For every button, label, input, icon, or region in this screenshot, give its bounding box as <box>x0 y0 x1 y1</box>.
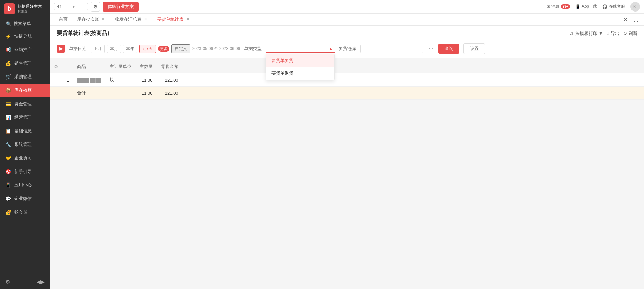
tab-expand-btn[interactable]: ⛶ <box>632 15 640 24</box>
sidebar-item-label: 营销推广 <box>14 47 32 53</box>
message-label: 消息 <box>551 4 559 9</box>
sidebar-item-label: 系统管理 <box>14 141 32 148</box>
dropdown-item-yaohuo-dan-tuihuo[interactable]: 要货单退货 <box>266 67 334 80</box>
total-quantity: 11.00 <box>136 87 157 100</box>
search-label: 搜索菜单 <box>14 21 31 27</box>
sidebar-item-enterprise[interactable]: 🤝 企业协同 <box>0 151 50 165</box>
more-filters-btn[interactable]: ··· <box>427 46 434 52</box>
date-more-badge[interactable]: 更多 <box>158 46 169 52</box>
export-label: 导出 <box>611 30 619 37</box>
data-table: ⚙ 商品 主计量单位 主数量 零售金额 1 <box>50 60 644 100</box>
sidebar-item-wechat-biz[interactable]: 💬 企业微信 <box>0 192 50 205</box>
print-icon: 🖨 <box>570 31 574 36</box>
message-icon: ✉ <box>547 4 550 9</box>
content-area: 要货单统计表(按商品) 🖨 按模板打印 ▼ ↓ 导出 ↻ 刷新 <box>50 26 644 289</box>
type-caret-up[interactable]: ▲ <box>329 46 333 51</box>
total-index-spacer <box>63 87 73 100</box>
sidebar-item-marketing[interactable]: 📢 营销推广 <box>0 43 50 57</box>
date-btn-ben-yue[interactable]: 本月 <box>107 45 121 53</box>
warehouse-input[interactable] <box>360 45 423 53</box>
refresh-label: 刷新 <box>628 30 637 37</box>
table-cell-quantity: 11.00 <box>136 73 157 87</box>
sidebar-item-label: 应用中心 <box>14 182 32 188</box>
table-cell-extra <box>183 73 644 87</box>
logo-icon: b <box>4 3 15 14</box>
date-btn-ben-nian[interactable]: 本年 <box>123 45 137 53</box>
guide-icon: 🎯 <box>5 168 11 175</box>
tab-receive-summary[interactable]: 收发存汇总表 ✕ <box>110 14 152 25</box>
basic-icon: 📋 <box>5 128 11 134</box>
sidebar-item-basic[interactable]: 📋 基础信息 <box>0 124 50 138</box>
data-table-container: ⚙ 商品 主计量单位 主数量 零售金额 1 <box>50 60 644 100</box>
message-btn[interactable]: ✉ 消息 99+ <box>547 4 570 9</box>
sidebar-item-finance[interactable]: 💳 资金管理 <box>0 97 50 111</box>
sidebar-item-sales[interactable]: 💰 销售管理 <box>0 57 50 70</box>
sidebar-settings-btn[interactable]: ⚙ <box>4 277 11 286</box>
tab-receive-summary-close[interactable]: ✕ <box>143 17 148 21</box>
tab-inventory-batch[interactable]: 库存批次账 ✕ <box>72 14 110 25</box>
finance-icon: 💳 <box>5 101 11 107</box>
print-btn[interactable]: 🖨 按模板打印 ▼ <box>570 30 603 37</box>
table-header-index <box>63 60 73 73</box>
table-settings-gear-icon[interactable]: ⚙ <box>54 64 58 69</box>
date-btn-jin7tian[interactable]: 近7天 <box>139 45 156 53</box>
query-button[interactable]: 查询 <box>438 44 459 54</box>
dropdown-item-yaohuo-dan-yaohuo[interactable]: 要货单要货 <box>266 54 334 67</box>
page-title: 要货单统计表(按商品) <box>57 30 109 37</box>
sidebar-item-label: 经营管理 <box>14 114 32 120</box>
product-code: ████ ████ <box>77 78 101 83</box>
table-header-product: 商品 <box>73 60 105 73</box>
table-header-amount: 零售金额 <box>157 60 183 73</box>
sidebar-item-system[interactable]: 🔧 系统管理 <box>0 138 50 151</box>
sidebar-bottom: ⚙ ◀▶ <box>0 274 50 289</box>
tab-home[interactable]: 首页 <box>54 14 72 25</box>
store-selector[interactable]: 41 ▼ <box>54 3 88 10</box>
user-avatar[interactable]: Rit <box>630 2 640 12</box>
tab-order-summary[interactable]: 要货单统计表 ✕ <box>152 14 195 25</box>
app-center-icon: 📱 <box>5 182 11 188</box>
print-label: 按模板打印 <box>575 30 597 37</box>
filter-expand-btn[interactable]: ▶ <box>57 45 65 53</box>
table-cell-index: 1 <box>63 73 73 87</box>
tab-inventory-batch-close[interactable]: ✕ <box>101 17 105 21</box>
main-area: 41 ▼ ⚙ 体验行业方案 ✉ 消息 99+ 📱 App下载 🎧 在线客服 Ri… <box>50 0 644 289</box>
sidebar-item-label: 快捷导航 <box>14 33 32 39</box>
type-input[interactable] <box>266 45 335 53</box>
date-btn-shang-yue[interactable]: 上月 <box>91 45 105 53</box>
tab-close-all-btn[interactable]: ✕ <box>622 15 629 24</box>
settings-button[interactable]: 设置 <box>463 43 485 54</box>
date-range-display: 2023-05-06 至 2023-06-06 <box>192 46 240 52</box>
warehouse-filter-label: 要货仓库 <box>339 46 356 52</box>
online-service-btn[interactable]: 🎧 在线客服 <box>602 4 625 9</box>
sidebar-item-members[interactable]: 👑 畅会员 <box>0 205 50 219</box>
trial-button[interactable]: 体验行业方案 <box>103 2 139 12</box>
marketing-icon: 📢 <box>5 46 11 53</box>
app-version: 标准版 <box>18 9 42 14</box>
page-header: 要货单统计表(按商品) 🖨 按模板打印 ▼ ↓ 导出 ↻ 刷新 <box>50 26 644 40</box>
system-icon: 🔧 <box>5 141 11 148</box>
sidebar-item-quick-nav[interactable]: ⚡ 快捷导航 <box>0 29 50 43</box>
refresh-btn[interactable]: ↻ 刷新 <box>623 30 637 37</box>
topbar: 41 ▼ ⚙ 体验行业方案 ✉ 消息 99+ 📱 App下载 🎧 在线客服 Ri… <box>50 0 644 14</box>
tab-inventory-batch-label: 库存批次账 <box>77 16 99 22</box>
sidebar-item-inventory[interactable]: 📦 库存核算 <box>0 84 50 97</box>
sidebar-item-operations[interactable]: 📊 经营管理 <box>0 111 50 124</box>
sidebar-item-label: 基础信息 <box>14 128 32 134</box>
wechat-biz-icon: 💬 <box>5 195 11 202</box>
date-btn-custom[interactable]: 自定义 <box>171 44 190 53</box>
tab-order-summary-close[interactable]: ✕ <box>186 17 190 21</box>
search-icon: 🔍 <box>6 21 11 26</box>
purchase-icon: 🛒 <box>5 73 11 80</box>
export-btn[interactable]: ↓ 导出 <box>607 30 620 37</box>
tab-order-summary-label: 要货单统计表 <box>157 16 184 22</box>
sidebar-item-purchase[interactable]: 🛒 采购管理 <box>0 70 50 84</box>
sidebar-item-app-center[interactable]: 📱 应用中心 <box>0 178 50 192</box>
app-download-btn[interactable]: 📱 App下载 <box>575 4 597 9</box>
sidebar-collapse-btn[interactable]: ◀▶ <box>35 277 46 286</box>
topbar-gear-btn[interactable]: ⚙ <box>91 2 100 12</box>
sidebar-item-guide[interactable]: 🎯 新手引导 <box>0 165 50 178</box>
total-extra-spacer <box>183 87 644 100</box>
sidebar-search[interactable]: 🔍 搜索菜单 <box>0 18 50 29</box>
quick-nav-icon: ⚡ <box>5 33 11 40</box>
total-label-spacer <box>50 87 63 100</box>
